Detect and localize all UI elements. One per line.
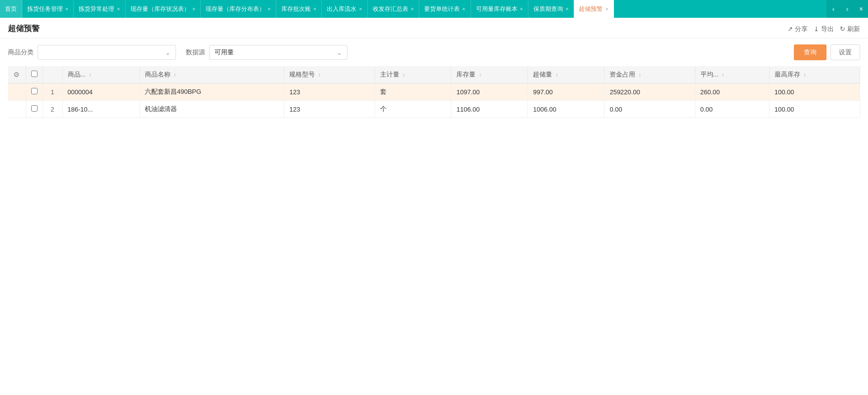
nav-close-icon[interactable]: × [267,6,270,12]
page-header: 超储预警 ↗ 分享 ⤓ 导出 ↻ 刷新 [0,18,868,39]
nav-close-icon[interactable]: × [520,6,523,12]
row-capital: 0.00 [605,101,695,118]
nav-close-icon[interactable]: × [192,6,195,12]
row-stock: 1106.00 [451,101,528,118]
nav-close-icon[interactable]: × [605,6,608,12]
th-product-code[interactable]: 商品... ↕ [62,66,139,83]
query-button[interactable]: 查询 [794,44,826,60]
sort-icon: ↕ [639,72,641,78]
row-overflow: 997.00 [528,83,605,101]
data-table: ⚙ 商品... ↕ 商品名称 ↕ 规格型号 [8,66,860,118]
row-gear [8,101,26,118]
nav-item-6[interactable]: 出入库流水 × [322,0,367,18]
sort-icon: ↕ [803,72,806,78]
nav-item-2[interactable]: 拣货异常处理 × [74,0,125,18]
nav-item-label: 保质期查询 [533,5,563,13]
nav-item-label: 首页 [5,5,17,13]
sort-icon: ↕ [318,72,321,78]
table-container: ⚙ 商品... ↕ 商品名称 ↕ 规格型号 [0,66,868,118]
th-capital[interactable]: 资金占用 ↕ [605,66,695,83]
nav-arrows: ‹ › × [826,0,868,18]
nav-item-label: 库存批次账 [281,5,311,13]
data-source-label: 数据源 [186,48,205,57]
sort-icon: ↕ [402,72,405,78]
share-button[interactable]: ↗ 分享 [787,25,808,34]
nav-close-icon[interactable]: × [65,6,68,12]
chevron-down-icon: ⌄ [165,49,171,56]
filter-area: 商品分类 ⌄ 数据源 可用量 ⌄ 查询 设置 [0,39,868,66]
table-header-row: ⚙ 商品... ↕ 商品名称 ↕ 规格型号 [8,66,860,83]
th-spec[interactable]: 规格型号 ↕ [284,66,375,83]
gear-icon[interactable]: ⚙ [13,71,20,79]
data-source-select[interactable]: 可用量 ⌄ [209,45,347,60]
th-avg[interactable]: 平均... ↕ [695,66,769,83]
row-avg: 0.00 [695,101,769,118]
th-num [43,66,62,83]
th-max-stock[interactable]: 最高库存 ↕ [769,66,860,83]
nav-close-icon[interactable]: × [565,6,568,12]
top-navigation: 首页拣货任务管理 ×拣货异常处理 ×现存量（库存状况表） ×现存量（库存分布表）… [0,0,868,18]
row-number: 1 [43,83,62,101]
row-product-name: 机油滤清器 [139,101,284,118]
page-content: 超储预警 ↗ 分享 ⤓ 导出 ↻ 刷新 商品分类 ⌄ 数据源 [0,18,868,395]
row-spec: 123 [284,83,375,101]
nav-close-icon[interactable]: × [411,6,414,12]
nav-item-4[interactable]: 现存量（库存分布表） × [201,0,276,18]
refresh-button[interactable]: ↻ 刷新 [840,25,860,34]
data-source-filter: 数据源 可用量 ⌄ [186,45,347,60]
row-avg: 260.00 [695,83,769,101]
nav-item-label: 出入库流水 [327,5,356,13]
row-checkbox-cell [26,101,43,118]
export-button[interactable]: ⤓ 导出 [814,25,834,34]
row-product-code: 186-10... [62,101,139,118]
nav-item-label: 超储预警 [579,5,603,13]
product-category-select[interactable]: ⌄ [38,45,176,60]
nav-item-label: 收发存汇总表 [373,5,408,13]
nav-close-icon[interactable]: × [359,6,362,12]
sort-icon: ↕ [89,72,91,78]
nav-item-11[interactable]: 超储预警 × [574,0,613,18]
row-unit: 套 [375,83,451,101]
th-unit[interactable]: 主计量 ↕ [375,66,451,83]
row-checkbox-cell [26,83,43,101]
nav-next-button[interactable]: › [840,0,854,18]
nav-prev-button[interactable]: ‹ [826,0,840,18]
header-actions: ↗ 分享 ⤓ 导出 ↻ 刷新 [787,25,860,34]
settings-button[interactable]: 设置 [830,44,860,60]
refresh-icon: ↻ [840,25,845,33]
data-source-value: 可用量 [215,48,234,57]
nav-item-1[interactable]: 拣货任务管理 × [22,0,74,18]
row-stock: 1097.00 [451,83,528,101]
row-checkbox[interactable] [31,105,38,112]
nav-item-7[interactable]: 收发存汇总表 × [368,0,419,18]
nav-item-3[interactable]: 现存量（库存状况表） × [126,0,201,18]
export-icon: ⤓ [814,25,819,33]
nav-close-icon[interactable]: × [117,6,120,12]
nav-item-10[interactable]: 保质期查询 × [528,0,574,18]
nav-item-8[interactable]: 要货单统计表 × [419,0,471,18]
nav-item-label: 拣货异常处理 [79,5,114,13]
nav-close-icon[interactable]: × [313,6,316,12]
th-stock[interactable]: 库存量 ↕ [451,66,528,83]
nav-item-label: 拣货任务管理 [27,5,63,13]
nav-item-5[interactable]: 库存批次账 × [276,0,322,18]
product-category-filter: 商品分类 ⌄ [8,45,176,60]
select-all-checkbox[interactable] [31,71,38,77]
nav-item-9[interactable]: 可用量库存账本 × [471,0,528,18]
nav-item-label: 现存量（库存状况表） [130,5,190,13]
th-product-name[interactable]: 商品名称 ↕ [139,66,284,83]
nav-item-label: 现存量（库存分布表） [206,5,265,13]
sort-icon: ↕ [556,72,558,78]
nav-item-0[interactable]: 首页 [0,0,22,18]
nav-close-icon[interactable]: × [462,6,465,12]
nav-close-button[interactable]: × [854,0,868,18]
th-overflow[interactable]: 超储量 ↕ [528,66,605,83]
row-product-name: 六配套新昌490BPG [139,83,284,101]
th-checkbox[interactable] [26,66,43,83]
table-row: 2186-10...机油滤清器123个1106.001006.000.000.0… [8,101,860,118]
row-spec: 123 [284,101,375,118]
row-checkbox[interactable] [31,88,38,94]
th-gear[interactable]: ⚙ [8,66,26,83]
share-icon: ↗ [787,25,793,33]
row-capital: 259220.00 [605,83,695,101]
